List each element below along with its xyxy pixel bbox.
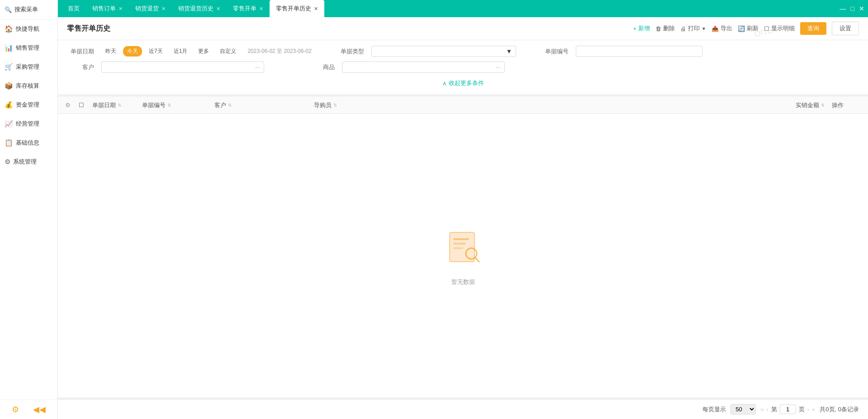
col-date[interactable]: 单据日期 ⇅ <box>89 101 138 109</box>
tab-retail-open-close[interactable]: ✕ <box>259 6 263 12</box>
settings-footer-icon[interactable]: ⚙ <box>12 405 19 414</box>
col-date-sort-icon: ⇅ <box>118 103 121 108</box>
purchase-icon: 🛒 <box>5 63 13 71</box>
customer-label: 客户 <box>67 63 94 71</box>
sidebar-item-system-mgmt[interactable]: ⚙ 系统管理 <box>0 152 57 171</box>
print-dropdown-icon: ▼ <box>702 26 706 31</box>
inventory-icon: 📦 <box>5 82 13 90</box>
sidebar-item-purchase-mgmt[interactable]: 🛒 采购管理 <box>0 57 57 76</box>
customer-more-icon[interactable]: ··· <box>255 64 260 71</box>
window-maximize-icon[interactable]: □ <box>851 5 854 12</box>
sidebar-item-finance[interactable]: 💰 资金管理 <box>0 95 57 114</box>
col-salesperson-sort-icon: ⇅ <box>333 103 337 108</box>
sidebar-item-inventory[interactable]: 📦 库存核算 <box>0 76 57 95</box>
collapse-up-icon: ∧ <box>442 80 447 87</box>
bill-no-label: 单据编号 <box>541 47 569 56</box>
goods-label: 商品 <box>308 63 335 71</box>
per-page-select[interactable]: 50 100 200 <box>730 404 756 414</box>
tab-sales-return-close[interactable]: ✕ <box>161 6 166 12</box>
sidebar-label-basic-info: 基础信息 <box>16 139 39 147</box>
first-page-btn[interactable]: « <box>760 406 764 413</box>
col-customer-label: 客户 <box>214 101 226 109</box>
goods-more-icon[interactable]: ··· <box>496 64 501 71</box>
tab-sales-order-close[interactable]: ✕ <box>119 6 123 12</box>
print-button[interactable]: 🖨 打印 ▼ <box>680 24 706 33</box>
col-billno[interactable]: 单据编号 ⇅ <box>138 101 211 109</box>
tab-retail-open[interactable]: 零售开单 ✕ <box>227 0 270 17</box>
bill-type-select[interactable]: ▼ <box>371 46 516 57</box>
tab-retail-history-label: 零售开单历史 <box>276 5 311 13</box>
date-btn-custom[interactable]: 自定义 <box>216 46 240 56</box>
date-btn-today[interactable]: 今天 <box>123 46 142 56</box>
tab-retail-open-label: 零售开单 <box>233 5 256 13</box>
page-input[interactable] <box>780 405 796 414</box>
add-button[interactable]: + 新增 <box>633 24 650 33</box>
customer-select[interactable]: ··· <box>101 61 264 73</box>
page-title: 零售开单历史 <box>67 24 110 33</box>
sidebar-item-basic-info[interactable]: 📋 基础信息 <box>0 133 57 152</box>
sidebar-footer: ⚙ ◀◀ <box>0 400 57 419</box>
tab-home[interactable]: 首页 <box>62 0 86 17</box>
per-page-label: 每页显示 <box>702 405 726 414</box>
collapse-filter-button[interactable]: ∧ 收起更多条件 <box>67 77 859 89</box>
export-button[interactable]: 📤 导出 <box>711 24 732 33</box>
collapse-label: 收起更多条件 <box>449 79 484 87</box>
date-btn-7days[interactable]: 近7天 <box>145 46 167 56</box>
next-page-btn[interactable]: › <box>807 406 809 413</box>
svg-rect-1 <box>453 238 469 240</box>
sidebar-item-sales-mgmt[interactable]: 📊 销售管理 <box>0 38 57 57</box>
operation-icon: 📈 <box>5 120 13 128</box>
table-body: 暂无数据 <box>58 114 868 397</box>
display-detail-button[interactable]: ☐ 显示明细 <box>764 24 795 33</box>
settings-button[interactable]: 设置 <box>832 22 859 35</box>
sidebar-label-system-mgmt: 系统管理 <box>13 158 37 166</box>
sidebar-item-quick-nav[interactable]: 🏠 快捷导航 <box>0 19 57 38</box>
table-area: ⚙ ☐ 单据日期 ⇅ 单据编号 ⇅ 客户 ⇅ 导购员 ⇅ <box>58 97 868 397</box>
tab-sales-return-history-close[interactable]: ✕ <box>216 6 220 12</box>
col-amount[interactable]: 实销金额 ⇅ <box>365 101 828 109</box>
select-all-checkbox[interactable]: ☐ <box>75 102 89 108</box>
sidebar-search-item[interactable]: 🔍 搜索采单 <box>0 0 57 19</box>
collapse-sidebar-icon[interactable]: ◀◀ <box>33 405 46 414</box>
window-close-icon[interactable]: ✕ <box>859 5 864 12</box>
page-label: 第 <box>771 405 777 414</box>
tab-retail-history[interactable]: 零售开单历史 ✕ <box>270 0 324 17</box>
col-date-label: 单据日期 <box>92 101 116 109</box>
col-salesperson[interactable]: 导购员 ⇅ <box>310 101 365 109</box>
refresh-label: 刷新 <box>747 24 759 33</box>
col-customer[interactable]: 客户 ⇅ <box>211 101 310 109</box>
search-icon: 🔍 <box>5 6 12 13</box>
sidebar-nav: 🏠 快捷导航 📊 销售管理 🛒 采购管理 📦 库存核算 💰 资金管理 📈 经营管… <box>0 19 57 400</box>
tab-sales-return-history[interactable]: 销货退货历史 ✕ <box>172 0 227 17</box>
tab-sales-return-label: 销货退货 <box>135 5 159 13</box>
sidebar-item-operation[interactable]: 📈 经营管理 <box>0 114 57 133</box>
page-header: 零售开单历史 + 新增 🗑 删除 🖨 打印 ▼ 📤 导出 <box>58 17 868 40</box>
date-btn-more[interactable]: 更多 <box>194 46 213 56</box>
window-minimize-icon[interactable]: — <box>840 5 846 12</box>
refresh-button[interactable]: 🔄 刷新 <box>738 24 759 33</box>
sidebar-label-operation: 经营管理 <box>16 120 39 128</box>
main-content: 首页 销售订单 ✕ 销货退货 ✕ 销货退货历史 ✕ 零售开单 ✕ 零售开单历史 … <box>58 0 868 419</box>
date-btn-yesterday[interactable]: 昨天 <box>101 46 120 56</box>
empty-state: 暂无数据 <box>441 226 486 286</box>
svg-rect-2 <box>453 243 466 245</box>
goods-select[interactable]: ··· <box>342 61 505 73</box>
bill-no-input[interactable] <box>576 46 702 57</box>
query-button[interactable]: 查询 <box>800 22 826 35</box>
col-action: 操作 <box>828 101 864 109</box>
content-area: 零售开单历史 + 新增 🗑 删除 🖨 打印 ▼ 📤 导出 <box>58 17 868 419</box>
last-page-btn[interactable]: » <box>812 406 815 413</box>
tab-sales-return[interactable]: 销货退货 ✕ <box>129 0 172 17</box>
prev-page-btn[interactable]: ‹ <box>766 406 768 413</box>
delete-label: 删除 <box>663 24 675 33</box>
filter-row-2: 客户 ··· 商品 ··· <box>67 61 859 73</box>
delete-button[interactable]: 🗑 删除 <box>655 24 675 33</box>
add-icon: + <box>633 25 637 32</box>
date-btn-1month[interactable]: 近1月 <box>170 46 192 56</box>
page-suffix: 页 <box>799 405 805 414</box>
tab-retail-history-close[interactable]: ✕ <box>314 6 318 12</box>
column-settings-icon[interactable]: ⚙ <box>62 102 75 108</box>
print-icon: 🖨 <box>680 25 686 32</box>
pagination: 每页显示 50 100 200 « ‹ 第 页 › » 共0页, 0条记录 <box>58 399 868 419</box>
tab-sales-order[interactable]: 销售订单 ✕ <box>86 0 129 17</box>
